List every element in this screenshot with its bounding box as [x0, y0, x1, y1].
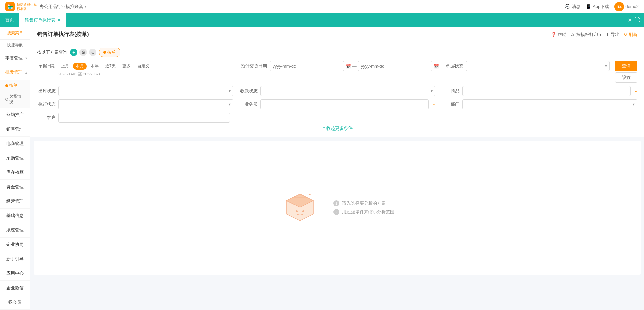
edit-plan-btn[interactable]: ⚙ — [79, 49, 87, 56]
dept-select[interactable] — [462, 99, 637, 109]
sidebar-sub-item-backorder[interactable]: 欠货情况 — [0, 91, 30, 108]
sidebar-item-finance[interactable]: 资金管理 — [0, 180, 30, 194]
window-fullscreen-btn[interactable]: ⛶ — [635, 17, 640, 23]
add-plan-btn[interactable]: + — [70, 49, 77, 56]
sidebar-search[interactable]: 搜索菜单 — [0, 27, 30, 40]
salesperson-field: 业务员 ··· — [239, 99, 435, 109]
dept-field: 部门 ▾ — [441, 99, 637, 109]
sidebar-sub-item-by-order[interactable]: 按单 — [0, 80, 30, 91]
date-tab-this-month[interactable]: 本月 — [73, 63, 87, 70]
content-area: 销售订单执行表(按单) ❓ 帮助 🖨 按模板打印 ▾ ⬇ 导出 ↻ 刷新 — [30, 27, 644, 310]
sidebar-item-retail[interactable]: 零售管理 ▾ — [0, 51, 30, 65]
date-dash: — — [352, 64, 357, 69]
tab-close-icon[interactable]: ✕ — [57, 18, 61, 22]
product-more-icon[interactable]: ··· — [633, 88, 637, 94]
sidebar-item-member[interactable]: 畅会员 — [0, 295, 30, 310]
collapse-plan-btn[interactable]: « — [89, 49, 96, 56]
sidebar-item-app-center[interactable]: 应用中心 — [0, 266, 30, 281]
sidebar-item-purchase[interactable]: 采购管理 — [0, 151, 30, 165]
plan-active-dot — [103, 51, 106, 54]
chevron-down-icon: ▾ — [25, 56, 27, 60]
window-close-btn[interactable]: ✕ — [628, 17, 632, 23]
refresh-icon: ↻ — [624, 32, 627, 37]
nav-actions: ✕ ⛶ — [628, 13, 644, 27]
print-btn[interactable]: 🖨 按模板打印 ▾ — [571, 32, 602, 38]
export-btn[interactable]: ⬇ 导出 — [606, 32, 620, 38]
plan-label: 按以下方案查询 — [37, 49, 67, 55]
sidebar-sub-wholesale: 按单 欠货情况 — [0, 80, 30, 108]
sidebar-item-inventory[interactable]: 库存核算 — [0, 165, 30, 180]
receipt-status-select[interactable] — [260, 86, 435, 96]
sidebar-item-sales-mgmt[interactable]: 销售管理 — [0, 122, 30, 137]
step-2-number: 2 — [333, 209, 339, 215]
date-range-display: 2023-03-01 至 2023-03-31 — [58, 72, 235, 77]
doc-status-select-wrap: ▾ — [466, 61, 610, 71]
dept-label: 部门 — [441, 101, 460, 107]
out-status-field: 出库状态 ▾ — [37, 86, 233, 96]
plan-item-by-order[interactable]: 按单 — [99, 48, 120, 57]
sidebar-item-marketing[interactable]: 营销推广 — [0, 108, 30, 122]
date-tab-custom[interactable]: 自定义 — [135, 63, 152, 70]
tab-sales-order[interactable]: 销售订单执行表 ✕ — [19, 13, 66, 27]
forecast-date-from[interactable] — [270, 61, 344, 71]
sidebar-item-ecommerce[interactable]: 电商管理 — [0, 137, 30, 151]
plan-actions: + ⚙ « — [70, 49, 96, 56]
date-tab-7days[interactable]: 近7天 — [103, 63, 118, 70]
sidebar-item-wholesale[interactable]: 批发管理 ▴ — [0, 65, 30, 80]
help-btn[interactable]: ❓ 帮助 — [551, 32, 567, 38]
svg-point-7 — [302, 210, 304, 212]
out-status-select[interactable] — [58, 86, 233, 96]
date-tab-this-year[interactable]: 本年 — [88, 63, 101, 70]
salesperson-input[interactable] — [260, 99, 429, 109]
customer-label: 客户 — [37, 115, 56, 121]
sidebar-item-enterprise-wechat[interactable]: 企业微信 — [0, 281, 30, 295]
filter-row-4: 客户 ··· — [37, 113, 637, 123]
salesperson-more-icon[interactable]: ··· — [431, 102, 435, 107]
date-tab-more[interactable]: 更多 — [120, 63, 133, 70]
nav-tabs: 首页 销售订单执行表 ✕ ✕ ⛶ — [0, 13, 644, 27]
message-btn[interactable]: 💬 消息 — [565, 4, 580, 10]
app-download-btn[interactable]: 📱 App下载 — [586, 4, 609, 10]
logo-area: 🏪 畅捷通好生意 标准版 — [5, 2, 37, 11]
sidebar-item-onboarding[interactable]: 新手引导 — [0, 252, 30, 266]
filter-row-2: 出库状态 ▾ 收款状态 ▾ 商品 — [37, 86, 637, 96]
sidebar-item-enterprise-collab[interactable]: 企业协同 — [0, 238, 30, 252]
doc-status-select[interactable] — [466, 61, 610, 71]
settings-button[interactable]: 设置 — [615, 72, 637, 83]
exec-status-label: 执行状态 — [37, 101, 56, 107]
top-bar-left: 🏪 畅捷通好生意 标准版 办公用品行业模拟账套 ▾ — [5, 2, 87, 11]
search-button[interactable]: 查询 — [615, 61, 637, 71]
inactive-dot-icon — [5, 98, 8, 101]
help-icon: ❓ — [551, 32, 556, 37]
collapse-more-btn[interactable]: ⌃ 收起更多条件 — [37, 125, 637, 132]
doc-date-field: 单据日期 上月 本月 本年 近7天 更多 自定义 2023-03-01 至 20… — [37, 61, 235, 77]
product-label: 商品 — [441, 88, 460, 94]
product-input[interactable] — [462, 86, 631, 96]
customer-field: 客户 ··· — [37, 113, 237, 123]
sidebar: 搜索菜单 快捷导航 零售管理 ▾ 批发管理 ▴ 按单 欠货情况 营销推广 — [0, 27, 30, 310]
receipt-status-label: 收款状态 — [239, 88, 258, 94]
empty-step-2: 2 用过滤条件来缩小分析范围 — [333, 209, 394, 215]
sidebar-quick-nav[interactable]: 快捷导航 — [0, 40, 30, 51]
filter-row-3: 执行状态 ▾ 业务员 ··· 部门 ▾ — [37, 99, 637, 109]
date-tab-last-month[interactable]: 上月 — [58, 63, 72, 70]
chevron-up-icon: ▴ — [25, 71, 27, 74]
date-tabs-row: 上月 本月 本年 近7天 更多 自定义 — [58, 61, 235, 71]
refresh-btn[interactable]: ↻ 刷新 — [624, 32, 637, 38]
collapse-icon: ⌃ — [322, 126, 326, 131]
exec-status-select[interactable] — [58, 99, 233, 109]
forecast-date-field: 预计交货日期 📅 — 📅 — [241, 61, 439, 71]
sidebar-item-system[interactable]: 系统管理 — [0, 223, 30, 238]
user-profile[interactable]: Ea demo2 — [614, 2, 639, 11]
tab-home[interactable]: 首页 — [0, 13, 19, 27]
calendar-icon-1: 📅 — [345, 64, 351, 69]
sidebar-item-basic-info[interactable]: 基础信息 — [0, 209, 30, 223]
forecast-date-to[interactable] — [358, 61, 432, 71]
customer-more-icon[interactable]: ··· — [233, 115, 237, 120]
sidebar-item-operations[interactable]: 经营管理 — [0, 194, 30, 209]
logo-icon: 🏪 — [5, 2, 15, 11]
search-actions: 查询 设置 — [615, 61, 637, 83]
print-dropdown-icon: ▾ — [599, 32, 602, 37]
customer-input[interactable] — [58, 113, 230, 123]
empty-state: ✦ ✦ 1 请先选择要分析的方案 2 — [280, 191, 394, 225]
